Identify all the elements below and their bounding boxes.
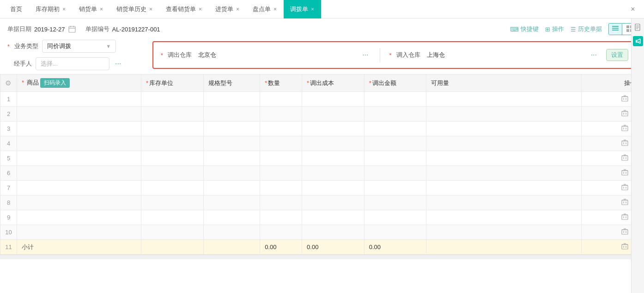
sidebar-share-icon[interactable] [633, 36, 643, 46]
row-cost[interactable] [302, 225, 365, 240]
row-qty[interactable] [260, 107, 302, 122]
row-qty[interactable] [260, 166, 302, 181]
row-qty[interactable] [260, 122, 302, 136]
row-cost[interactable] [302, 122, 365, 136]
row-amount[interactable] [364, 122, 426, 136]
close-tab-sales-order[interactable]: × [100, 0, 103, 18]
close-tab-inventory[interactable]: × [273, 0, 277, 18]
close-tab-view-sales[interactable]: × [199, 0, 202, 18]
row-goods[interactable] [17, 181, 141, 195]
row-unit[interactable] [141, 210, 203, 225]
row-cost[interactable] [302, 107, 365, 122]
row-goods[interactable] [17, 195, 141, 210]
delete-row-icon[interactable] [621, 125, 628, 133]
layout-list-btn[interactable] [609, 24, 622, 35]
close-tab-sales-history[interactable]: × [149, 0, 152, 18]
row-qty[interactable] [260, 195, 302, 210]
row-cost[interactable] [302, 166, 365, 181]
row-available[interactable] [426, 107, 582, 122]
row-qty[interactable] [260, 225, 302, 240]
row-amount[interactable] [364, 107, 426, 122]
row-goods[interactable] [17, 151, 141, 166]
row-spec[interactable] [203, 195, 260, 210]
calendar-icon[interactable] [68, 25, 76, 33]
row-cost[interactable] [302, 151, 365, 166]
delete-row-icon[interactable] [621, 154, 628, 163]
row-available[interactable] [426, 136, 582, 151]
row-amount[interactable] [364, 151, 426, 166]
history-btn[interactable]: ☰ 历史单据 [571, 25, 602, 33]
row-available[interactable] [426, 195, 582, 210]
in-warehouse-more-btn[interactable]: ··· [589, 51, 599, 59]
row-goods[interactable] [17, 107, 141, 122]
col-settings[interactable]: ⚙ [0, 74, 17, 92]
row-available[interactable] [426, 225, 582, 240]
delete-row-icon[interactable] [621, 184, 628, 192]
row-spec[interactable] [203, 92, 260, 107]
row-unit[interactable] [141, 181, 203, 195]
tab-transfer[interactable]: 调拨单 × [284, 0, 321, 18]
row-goods[interactable] [17, 136, 141, 151]
scan-button[interactable]: 扫码录入 [40, 78, 70, 88]
row-qty[interactable] [260, 181, 302, 195]
person-select[interactable]: 选择... [36, 57, 109, 70]
row-amount[interactable] [364, 166, 426, 181]
delete-row-icon[interactable] [621, 214, 628, 222]
tab-view-sales[interactable]: 查看销货单 × [159, 0, 209, 18]
person-more-btn[interactable]: ··· [113, 60, 123, 68]
row-goods[interactable] [17, 92, 141, 107]
row-qty[interactable] [260, 92, 302, 107]
row-available[interactable] [426, 92, 582, 107]
shortcut-btn[interactable]: ⌨ 快捷键 [510, 25, 539, 33]
delete-row-icon[interactable] [621, 169, 628, 177]
close-tab-transfer[interactable]: × [311, 0, 314, 18]
row-amount[interactable] [364, 225, 426, 240]
close-tab-purchase-order[interactable]: × [236, 0, 239, 18]
tab-sales-order[interactable]: 销货单 × [73, 0, 110, 18]
col-gear-icon[interactable]: ⚙ [5, 79, 11, 87]
horizontal-scrollbar[interactable] [0, 255, 644, 259]
tab-sales-history[interactable]: 销货单历史 × [110, 0, 159, 18]
tab-purchase-order[interactable]: 进货单 × [209, 0, 246, 18]
row-spec[interactable] [203, 166, 260, 181]
delete-row-icon[interactable] [621, 110, 628, 118]
row-unit[interactable] [141, 92, 203, 107]
in-warehouse-value[interactable]: 上海仓 [427, 51, 445, 59]
delete-row-icon[interactable] [621, 140, 628, 148]
out-warehouse-value[interactable]: 北京仓 [198, 51, 216, 59]
row-cost[interactable] [302, 92, 365, 107]
tab-home[interactable]: 首页 [4, 0, 29, 18]
row-cost[interactable] [302, 210, 365, 225]
row-unit[interactable] [141, 225, 203, 240]
row-amount[interactable] [364, 210, 426, 225]
delete-row-icon[interactable] [621, 199, 628, 207]
business-type-select[interactable]: 同价调拨 ▼ [42, 40, 116, 53]
sidebar-doc-icon[interactable] [633, 22, 643, 32]
row-unit[interactable] [141, 136, 203, 151]
row-amount[interactable] [364, 181, 426, 195]
row-available[interactable] [426, 181, 582, 195]
row-qty[interactable] [260, 210, 302, 225]
close-tab-stock-init[interactable]: × [62, 0, 66, 18]
row-unit[interactable] [141, 107, 203, 122]
row-goods[interactable] [17, 210, 141, 225]
operation-btn[interactable]: ⊞ 操作 [545, 25, 564, 33]
row-unit[interactable] [141, 195, 203, 210]
row-available[interactable] [426, 122, 582, 136]
row-cost[interactable] [302, 195, 365, 210]
window-close-button[interactable]: × [626, 2, 640, 17]
row-amount[interactable] [364, 92, 426, 107]
out-warehouse-more-btn[interactable]: ··· [360, 51, 370, 59]
row-amount[interactable] [364, 136, 426, 151]
row-spec[interactable] [203, 107, 260, 122]
row-spec[interactable] [203, 181, 260, 195]
date-value[interactable]: 2019-12-27 [34, 26, 65, 33]
tab-inventory[interactable]: 盘点单 × [246, 0, 284, 18]
row-qty[interactable] [260, 151, 302, 166]
doc-number-value[interactable]: AL-20191227-001 [112, 26, 160, 33]
delete-row-icon[interactable] [621, 228, 628, 237]
row-cost[interactable] [302, 181, 365, 195]
row-available[interactable] [426, 166, 582, 181]
row-goods[interactable] [17, 122, 141, 136]
row-unit[interactable] [141, 151, 203, 166]
